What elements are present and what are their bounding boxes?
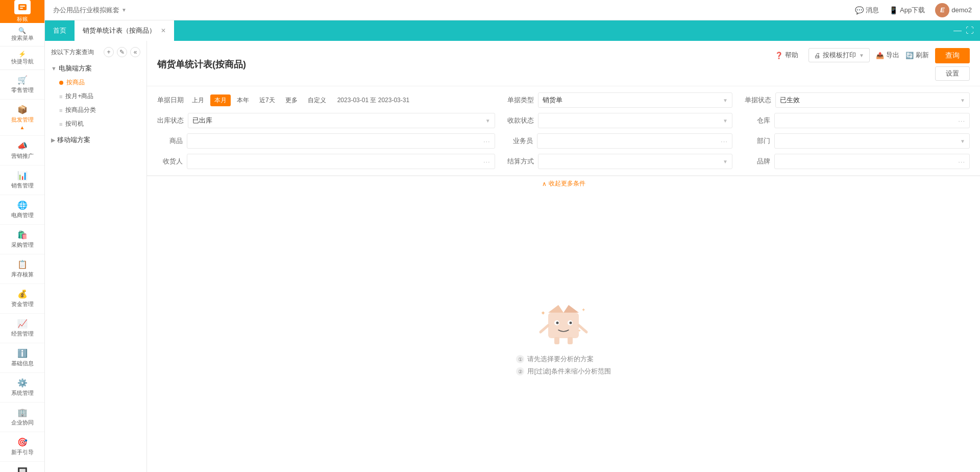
sidebar-item-guide[interactable]: 🎯 新手引导: [0, 432, 44, 462]
help-label: 帮助: [785, 51, 798, 60]
sidebar: 标账 🔍 搜索菜单 ⚡ 快捷导航 🛒 零售管理 📦 批发管理 ▲ 📣 营销推广 …: [0, 0, 45, 472]
top-header: 办公用品行业模拟账套 ▼ 💬 消息 📱 App下载 E demo2: [45, 0, 980, 20]
sidebar-item-finance[interactable]: 💰 资金管理: [0, 284, 44, 314]
sidebar-item-basics[interactable]: ℹ️ 基础信息: [0, 343, 44, 373]
help-btn[interactable]: ❓ 帮助: [771, 49, 802, 62]
sidebar-item-operations[interactable]: 📈 经营管理: [0, 314, 44, 343]
svg-rect-14: [568, 337, 573, 344]
collapse-panel-btn[interactable]: «: [130, 47, 140, 57]
brand-value[interactable]: ···: [774, 154, 970, 169]
salesperson-more-icon: ···: [721, 137, 728, 145]
tree-mobile-expand-icon: ▶: [51, 137, 55, 144]
tab-expand-btn[interactable]: ⛶: [966, 26, 974, 35]
collapse-bar[interactable]: ∧ 收起更多条件: [147, 176, 980, 191]
left-panel-header: 按以下方案查询 + ✎ «: [45, 47, 146, 61]
sidebar-item-ecommerce[interactable]: 🌐 电商管理: [0, 195, 44, 225]
app-download-btn[interactable]: 📱 App下载: [889, 6, 925, 15]
sidebar-item-sales[interactable]: 📊 销售管理: [0, 166, 44, 195]
settings-btn[interactable]: 设置: [935, 66, 970, 81]
refresh-btn[interactable]: 🔄 刷新: [905, 51, 929, 60]
recipient-value[interactable]: ···: [187, 154, 495, 169]
operations-icon: 📈: [17, 319, 28, 328]
tab-sales-stats[interactable]: 销货单统计表（按商品） ✕: [75, 20, 174, 41]
export-btn[interactable]: 📤 导出: [876, 51, 899, 60]
print-btn[interactable]: 🖨 按模板打印 ▼: [808, 48, 870, 62]
breadcrumb-dropdown-icon[interactable]: ▼: [121, 7, 127, 13]
filter-salesperson: 业务员 ···: [507, 133, 732, 149]
sidebar-item-enterprise[interactable]: 🏢 企业协同: [0, 403, 44, 432]
svg-rect-13: [554, 337, 559, 344]
page-actions: ❓ 帮助 🖨 按模板打印 ▼ 📤 导出 🔄: [771, 48, 929, 62]
date-tab-lastmonth[interactable]: 上月: [188, 95, 208, 106]
query-btn[interactable]: 查询: [935, 48, 970, 63]
scheme-by-month-product[interactable]: ≡ 按月+商品: [59, 89, 146, 103]
collect-status-label: 收款状态: [507, 116, 534, 125]
app-logo[interactable]: 标账: [0, 0, 45, 23]
sidebar-item-retail[interactable]: 🛒 零售管理: [0, 70, 44, 100]
page-title: 销货单统计表(按商品): [157, 58, 246, 70]
doc-type-text: 销货单: [543, 96, 562, 105]
enterprise-icon: 🏢: [17, 408, 28, 417]
date-tab-thismonth[interactable]: 本月: [210, 95, 231, 106]
date-tab-custom[interactable]: 自定义: [304, 95, 330, 106]
tab-sales-stats-label: 销货单统计表（按商品）: [83, 26, 156, 35]
sidebar-item-search[interactable]: 🔍 搜索菜单: [0, 23, 44, 46]
sidebar-item-quicknav[interactable]: ⚡ 快捷导航: [0, 46, 44, 70]
date-tab-7days[interactable]: 近7天: [255, 95, 279, 106]
user-menu[interactable]: E demo2: [935, 3, 972, 17]
empty-tip-1: ① 请先选择要分析的方案: [516, 355, 610, 364]
tab-home[interactable]: 首页: [45, 20, 75, 41]
sidebar-item-system[interactable]: ⚙️ 系统管理: [0, 373, 44, 403]
scheme-by-product[interactable]: 按商品: [59, 76, 146, 89]
sales-icon: 📊: [17, 171, 28, 180]
filter-row-1: 单据日期 上月 本月 本年 近7天 更多 自定义 2023-03-01 至 20…: [157, 92, 970, 108]
scheme-by-category[interactable]: ≡ 按商品分类: [59, 103, 146, 117]
sidebar-item-purchase[interactable]: 🛍️ 采购管理: [0, 225, 44, 254]
scheme-by-driver-label: 按司机: [65, 120, 84, 128]
empty-state: ✦ ✦ ✦ ① 请先选择要分析的方案 ②: [147, 191, 980, 472]
tab-actions: — ⛶: [953, 26, 980, 35]
scheme-by-driver[interactable]: ≡ 按司机: [59, 117, 146, 131]
salesperson-value[interactable]: ···: [537, 133, 732, 149]
tree-mobile-schemes[interactable]: ▶ 移动端方案: [45, 133, 146, 147]
date-tab-thisyear[interactable]: 本年: [233, 95, 253, 106]
department-label: 部门: [745, 136, 770, 146]
filter-doc-type: 单据类型 销货单 ▼: [507, 92, 732, 108]
tree-desktop-schemes[interactable]: ▼ 电脑端方案: [45, 61, 146, 76]
product-value[interactable]: ···: [187, 133, 495, 149]
left-panel: 按以下方案查询 + ✎ « ▼ 电脑端方案: [45, 41, 147, 472]
retail-icon: 🛒: [17, 75, 28, 85]
collect-status-value[interactable]: ▼: [538, 113, 732, 128]
doc-status-value[interactable]: 已生效 ▼: [775, 92, 970, 108]
sidebar-item-apps[interactable]: 🔲 应用中心: [0, 462, 44, 472]
out-status-value[interactable]: 已出库 ▼: [188, 113, 495, 128]
edit-scheme-btn[interactable]: ✎: [117, 47, 127, 57]
collapse-icon: «: [134, 49, 137, 56]
guide-icon: 🎯: [17, 437, 28, 447]
recipient-label: 收货人: [157, 157, 183, 166]
filter-date: 单据日期 上月 本月 本年 近7天 更多 自定义 2023-03-01 至 20…: [157, 95, 495, 106]
filter-settlement: 结算方式 ▼: [507, 154, 732, 169]
doc-type-value[interactable]: 销货单 ▼: [538, 92, 732, 108]
tab-minimize-btn[interactable]: —: [953, 26, 962, 35]
settlement-label: 结算方式: [507, 157, 534, 166]
out-status-dropdown-icon: ▼: [485, 118, 491, 124]
svg-rect-3: [548, 313, 579, 338]
warehouse-value[interactable]: ···: [774, 113, 970, 128]
sidebar-item-wholesale[interactable]: 📦 批发管理 ▲: [0, 100, 44, 136]
messages-btn[interactable]: 💬 消息: [855, 6, 879, 15]
date-tab-more[interactable]: 更多: [281, 95, 302, 106]
print-label: 按模板打印: [823, 51, 856, 60]
sidebar-item-marketing[interactable]: 📣 营销推广: [0, 136, 44, 166]
svg-point-6: [556, 322, 559, 324]
department-value[interactable]: ▼: [774, 133, 970, 149]
help-icon: ❓: [775, 52, 783, 59]
page-header: 销货单统计表(按商品) ❓ 帮助 🖨 按模板打印 ▼ 📤: [147, 41, 980, 86]
filter-row-3: 商品 ··· 业务员 ···: [157, 133, 970, 149]
download-icon: 📱: [889, 6, 898, 14]
sidebar-item-inventory[interactable]: 📋 库存核算: [0, 254, 44, 284]
settlement-value[interactable]: ▼: [538, 154, 732, 169]
tip-num-2: ②: [516, 367, 524, 375]
add-scheme-btn[interactable]: +: [104, 47, 114, 57]
tab-close-icon[interactable]: ✕: [161, 27, 166, 34]
